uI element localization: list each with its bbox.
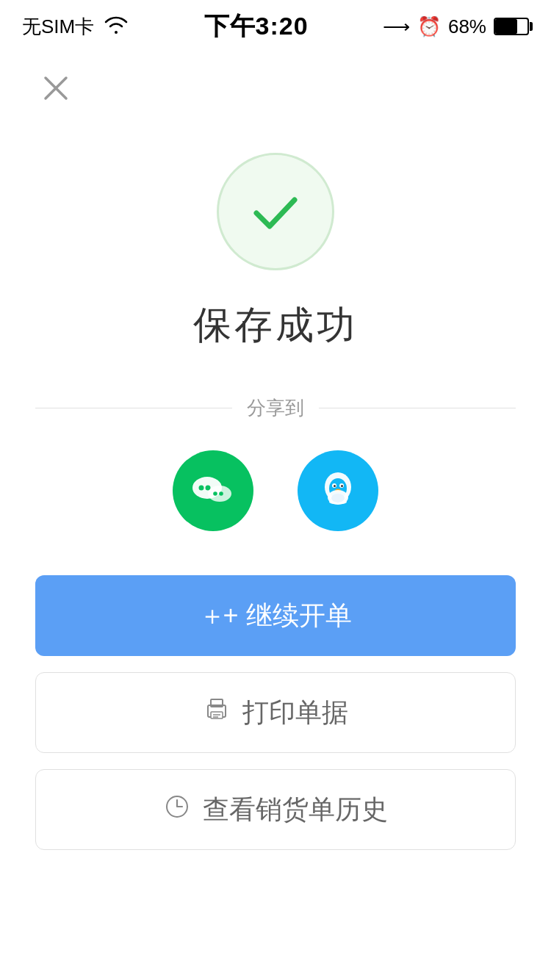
page-content: 保存成功 分享到 bbox=[0, 53, 551, 850]
divider-left bbox=[35, 408, 232, 408]
location-icon: ⟶ bbox=[383, 15, 410, 38]
share-label: 分享到 bbox=[247, 395, 304, 421]
print-icon bbox=[203, 696, 231, 730]
close-button-row bbox=[35, 53, 516, 131]
share-section: 分享到 bbox=[35, 395, 516, 531]
svg-point-7 bbox=[219, 491, 223, 496]
checkmark-icon bbox=[246, 182, 305, 241]
share-icons-row bbox=[173, 450, 378, 531]
continue-order-label: + 继续开单 bbox=[223, 598, 351, 634]
view-history-button[interactable]: 查看销货单历史 bbox=[35, 769, 516, 850]
status-time: 下午3:20 bbox=[204, 10, 309, 43]
alarm-icon: ⏰ bbox=[417, 15, 441, 38]
battery-percent: 68% bbox=[448, 15, 486, 38]
status-bar: 无SIM卡 下午3:20 ⟶ ⏰ 68% bbox=[0, 0, 551, 53]
success-title: 保存成功 bbox=[193, 300, 358, 351]
print-receipt-button[interactable]: 打印单据 bbox=[35, 672, 516, 753]
success-icon-circle bbox=[217, 153, 334, 270]
svg-point-3 bbox=[199, 486, 204, 491]
wechat-icon bbox=[189, 469, 237, 513]
view-history-label: 查看销货单历史 bbox=[203, 792, 388, 828]
carrier-text: 无SIM卡 bbox=[22, 14, 94, 40]
history-icon bbox=[163, 793, 191, 827]
continue-order-icon: ＋ bbox=[199, 598, 226, 634]
continue-order-button[interactable]: ＋ + 继续开单 bbox=[35, 575, 516, 656]
print-receipt-label: 打印单据 bbox=[242, 695, 348, 731]
svg-point-12 bbox=[334, 485, 336, 487]
svg-point-6 bbox=[213, 491, 217, 496]
status-left: 无SIM卡 bbox=[22, 14, 129, 40]
wifi-icon bbox=[103, 15, 129, 39]
share-divider: 分享到 bbox=[35, 395, 516, 421]
action-buttons: ＋ + 继续开单 打印单据 查看销货单 bbox=[35, 575, 516, 850]
qq-icon bbox=[314, 466, 362, 515]
status-right: ⟶ ⏰ 68% bbox=[383, 15, 529, 38]
battery-icon bbox=[494, 18, 529, 35]
wechat-share-button[interactable] bbox=[173, 450, 253, 531]
divider-right bbox=[319, 408, 516, 408]
svg-point-13 bbox=[341, 485, 343, 487]
svg-point-18 bbox=[331, 494, 345, 502]
close-button[interactable] bbox=[35, 68, 76, 109]
qq-share-button[interactable] bbox=[298, 450, 378, 531]
